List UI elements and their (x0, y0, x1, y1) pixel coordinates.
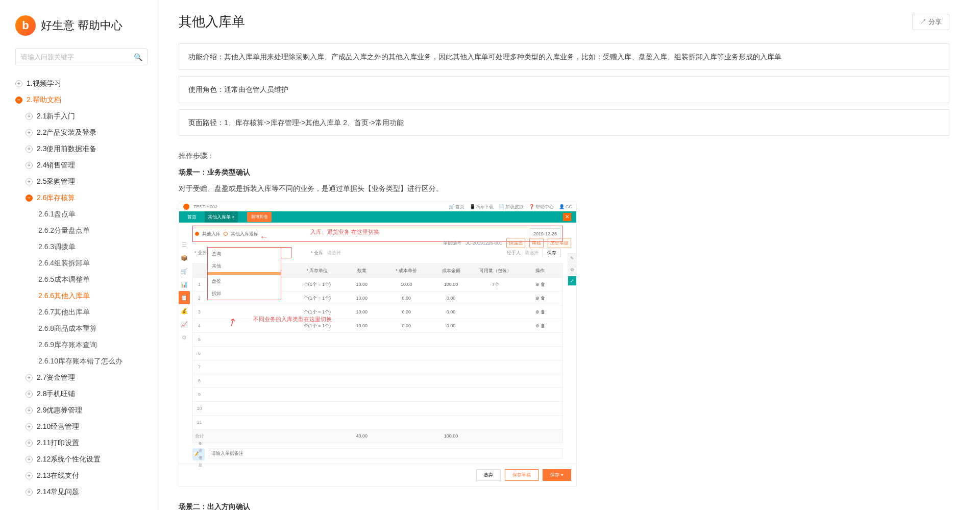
th: * 库存单位 (295, 266, 339, 275)
scene2-title: 场景二：出入方向确认 (179, 499, 949, 510)
table-row: 4个(1个 = 1个)10.000.000.00⊕ 🗑 (193, 319, 562, 332)
nav-item-2-13[interactable]: +2.13在线支付 (15, 468, 148, 484)
share-button[interactable]: ↗ 分享 (912, 14, 949, 30)
dropdown-menu: 查询 其他 盘盈 拆卸 (207, 247, 281, 300)
plus-icon: + (26, 489, 33, 496)
main-content: 其他入库单 ↗ 分享 功能介绍：其他入库单用来处理除采购入库、产成品入库之外的其… (158, 0, 980, 510)
tab-home: 首页 (184, 211, 200, 223)
nav-item-2-6-7[interactable]: 2.6.7其他出库单 (15, 304, 148, 321)
info-label: 功能介绍： (188, 53, 224, 61)
left-rail: ☰ 📦 🛒 📊 📋 💰 📈 ⚙ (179, 238, 190, 344)
nav-item-2-7[interactable]: +2.7资金管理 (15, 370, 148, 386)
search-box: 🔍 (15, 48, 148, 65)
top-link: ❓ 帮助中心 (529, 202, 554, 211)
nav-item-2-4[interactable]: +2.4销售管理 (15, 157, 148, 174)
nav-item-2-1[interactable]: +2.1新手入门 (15, 108, 148, 125)
nav-item-2-3[interactable]: +2.3使用前数据准备 (15, 141, 148, 157)
nav-item-2-6-3[interactable]: 2.6.3调拨单 (15, 239, 148, 255)
rail-icon: 🛒 (179, 264, 190, 278)
doc-no-label: 单据编号 (443, 238, 461, 248)
plus-icon: + (26, 374, 33, 381)
avatar-icon: 👤 CC (559, 202, 572, 211)
rail-icon: ⊕ (568, 264, 577, 275)
save-button: 保存 ▾ (543, 469, 571, 481)
th: 数量 (339, 266, 384, 275)
scene1-title: 场景一：业务类型确认 (179, 165, 949, 179)
plus-icon: + (26, 178, 33, 185)
nav-item-2-12[interactable]: +2.12系统个性化设置 (15, 451, 148, 468)
rail-icon: ☰ (179, 238, 190, 251)
dropdown-item: 拆卸 (208, 287, 281, 300)
plus-icon: + (26, 407, 33, 414)
nav-item-2-6[interactable]: −2.6库存核算 (15, 190, 148, 206)
nav-item-docs[interactable]: −2.帮助文档 (15, 92, 148, 108)
nav-item-2-6-5[interactable]: 2.6.5成本调整单 (15, 272, 148, 288)
top-link: 📱 App下载 (470, 202, 494, 211)
nav-item-2-6-9[interactable]: 2.6.9库存账本查询 (15, 337, 148, 353)
rail-icon: ✎ (568, 253, 577, 263)
total-qty: 40.00 (339, 431, 384, 441)
plus-icon: + (26, 440, 33, 447)
nav-item-2-2[interactable]: +2.2产品安装及登录 (15, 125, 148, 141)
plus-icon: + (26, 113, 33, 120)
sidebar: b 好生意 帮助中心 🔍 +1.视频学习 −2.帮助文档 +2.1新手入门 +2… (0, 0, 158, 510)
rail-icon: 💰 (179, 304, 190, 318)
annotation-arrow-icon: ← (259, 228, 268, 246)
radio-icon (195, 232, 199, 236)
plus-icon: + (26, 129, 33, 136)
draft-button: 保存草稿 (505, 469, 538, 481)
top-link: 📄 加载皮肤 (499, 202, 524, 211)
logo-icon: b (15, 15, 36, 36)
th: 成本金额 (429, 266, 473, 275)
radio-label: 其他入库 (202, 229, 220, 238)
plus-icon: + (26, 162, 33, 169)
radio-label: 其他入库退库 (231, 229, 258, 238)
minus-icon: − (26, 195, 33, 202)
tag: 审核 (529, 238, 544, 248)
total-amt: 100.00 (429, 431, 473, 441)
test-label: TEST-H002 (193, 202, 445, 211)
cancel-button: 放弃 (476, 469, 501, 481)
nav-item-2-9[interactable]: +2.9优惠券管理 (15, 402, 148, 419)
th: * 成本单价 (384, 266, 429, 275)
nav-item-2-6-4[interactable]: 2.6.4组装拆卸单 (15, 255, 148, 272)
plus-icon: + (26, 472, 33, 479)
rail-icon: 📊 (179, 278, 190, 291)
tag: 快递员 (506, 238, 525, 248)
info-text: 通常由仓管人员维护 (224, 85, 288, 93)
th: 可用量（包装） (473, 266, 518, 275)
top-link: 🛒 首页 (449, 202, 464, 211)
rail-icon: 📈 (179, 318, 190, 331)
new-button: 新增其他 (247, 212, 272, 222)
filter-label: 经手人 (507, 248, 521, 257)
nav-item-2-6-2[interactable]: 2.6.2分量盘点单 (15, 223, 148, 239)
right-rail: ✎ ⊕ ⤢ (568, 253, 577, 287)
nav-item-2-6-6[interactable]: 2.6.6其他入库单 (15, 288, 148, 304)
save-button: 保存 (543, 249, 561, 257)
info-box-function: 功能介绍：其他入库单用来处理除采购入库、产成品入库之外的其他入库业务，因此其他入… (179, 43, 949, 70)
nav-item-2-6-1[interactable]: 2.6.1盘点单 (15, 206, 148, 223)
plus-icon: + (26, 391, 33, 398)
tag: 历史单据 (548, 238, 571, 248)
nav-item-2-8[interactable]: +2.8手机旺铺 (15, 386, 148, 402)
info-box-path: 页面路径：1、库存核算->库存管理->其他入库单 2、首页->常用功能 (179, 109, 949, 136)
nav-item-video[interactable]: +1.视频学习 (15, 76, 148, 92)
info-text: 其他入库单用来处理除采购入库、产成品入库之外的其他入库业务，因此其他入库单可处理… (224, 53, 781, 61)
remark-input (209, 448, 563, 458)
plus-icon: + (26, 456, 33, 463)
nav-item-2-5[interactable]: +2.5采购管理 (15, 174, 148, 190)
search-input[interactable] (15, 48, 148, 65)
minus-icon: − (15, 96, 22, 104)
nav-item-2-11[interactable]: +2.11打印设置 (15, 435, 148, 451)
plus-icon: + (15, 80, 22, 87)
nav-item-2-14[interactable]: +2.14常见问题 (15, 484, 148, 500)
steps-label: 操作步骤： (179, 149, 949, 163)
info-text: 1、库存核算->库存管理->其他入库单 2、首页->常用功能 (224, 118, 404, 127)
annotation-text: 入库、退货业务 在这里切换 (310, 226, 379, 237)
nav-item-2-10[interactable]: +2.10经营管理 (15, 419, 148, 435)
dropdown-item: 盘盈 (208, 275, 281, 287)
search-icon[interactable]: 🔍 (134, 53, 142, 61)
app-logo-icon (183, 204, 189, 210)
nav-item-2-6-8[interactable]: 2.6.8商品成本重算 (15, 321, 148, 337)
nav-item-2-6-10[interactable]: 2.6.10库存账本错了怎么办 (15, 353, 148, 370)
